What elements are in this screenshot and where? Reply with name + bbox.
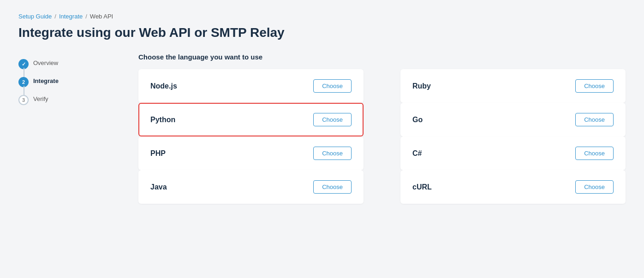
language-card-go: Go Choose <box>400 103 626 136</box>
breadcrumb: Setup Guide / Integrate / Web API <box>18 13 626 20</box>
breadcrumb-sep-2: / <box>85 13 87 20</box>
step-label-integrate: Integrate <box>33 77 59 84</box>
language-card-nodejs: Node.js Choose <box>138 69 364 103</box>
language-name: cURL <box>412 183 432 191</box>
language-name: Node.js <box>150 82 177 90</box>
breadcrumb-sep-1: / <box>54 13 56 20</box>
left-column: Node.js Choose Python Choose PHP Choose … <box>138 69 364 204</box>
step-circle-verify: 3 <box>18 95 29 105</box>
sidebar: ✓ Overview 2 Integrate 3 Verify <box>18 53 101 204</box>
sidebar-item-verify[interactable]: 3 Verify <box>18 91 101 109</box>
main-content: Choose the language you want to use Node… <box>101 53 626 204</box>
breadcrumb-web-api: Web API <box>90 13 113 20</box>
breadcrumb-setup-guide[interactable]: Setup Guide <box>18 13 52 20</box>
language-name: Java <box>150 183 167 191</box>
breadcrumb-integrate[interactable]: Integrate <box>59 13 83 20</box>
choose-button-c[interactable]: Choose <box>575 147 614 160</box>
step-label-overview: Overview <box>33 59 58 66</box>
step-label-verify: Verify <box>33 95 48 102</box>
language-card-c: C# Choose <box>400 136 626 170</box>
choose-button-php[interactable]: Choose <box>313 147 352 160</box>
choose-button-nodejs[interactable]: Choose <box>313 79 352 93</box>
language-name: Ruby <box>412 82 431 90</box>
choose-button-ruby[interactable]: Choose <box>575 79 614 93</box>
language-card-php: PHP Choose <box>138 136 364 170</box>
choose-button-go[interactable]: Choose <box>575 113 614 126</box>
language-name: Go <box>412 116 423 124</box>
content-area: ✓ Overview 2 Integrate 3 Verify Choose t… <box>18 53 626 204</box>
choose-button-python[interactable]: Choose <box>313 113 352 126</box>
language-card-curl: cURL Choose <box>400 170 626 204</box>
languages-grid: Node.js Choose Python Choose PHP Choose … <box>138 69 626 204</box>
language-card-java: Java Choose <box>138 170 364 204</box>
sidebar-item-integrate[interactable]: 2 Integrate <box>18 73 101 91</box>
language-name: C# <box>412 149 422 158</box>
choose-button-curl[interactable]: Choose <box>575 180 614 194</box>
step-circle-overview: ✓ <box>18 59 29 69</box>
page-wrapper: Setup Guide / Integrate / Web API Integr… <box>0 0 644 217</box>
choose-button-java[interactable]: Choose <box>313 180 352 194</box>
language-card-ruby: Ruby Choose <box>400 69 626 103</box>
right-column: Ruby Choose Go Choose C# Choose cURL Cho… <box>400 69 626 204</box>
sidebar-steps: ✓ Overview 2 Integrate 3 Verify <box>18 55 101 109</box>
language-name: Python <box>150 116 175 124</box>
language-name: PHP <box>150 149 166 158</box>
step-circle-integrate: 2 <box>18 77 29 87</box>
page-title: Integrate using our Web API or SMTP Rela… <box>18 25 626 40</box>
section-title: Choose the language you want to use <box>138 53 626 61</box>
sidebar-item-overview[interactable]: ✓ Overview <box>18 55 101 73</box>
language-card-python: Python Choose <box>138 103 364 136</box>
